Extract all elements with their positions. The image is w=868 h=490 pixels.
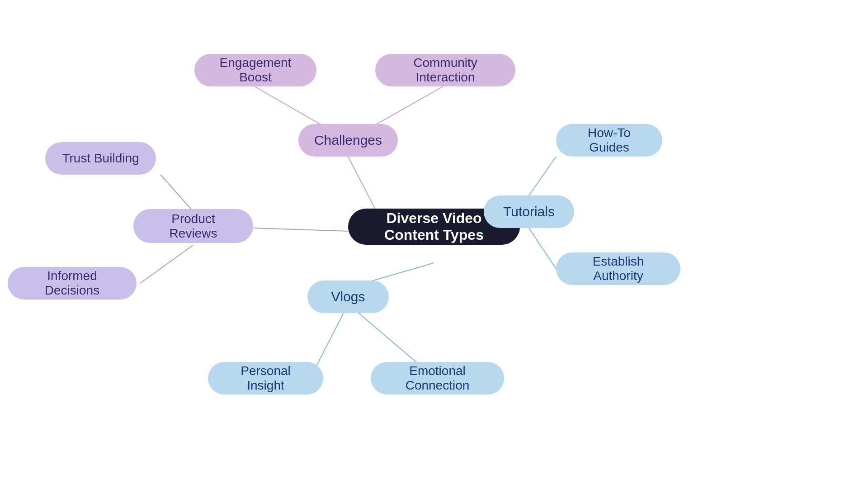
tutorials-node: Tutorials [484,195,574,228]
how-to-guides-node: How-To Guides [556,124,662,157]
challenges-node: Challenges [298,124,398,157]
svg-line-3 [253,228,348,231]
informed-decisions-node: Informed Decisions [8,267,137,300]
engagement-boost-node: Engagement Boost [194,54,316,86]
product-reviews-node: Product Reviews [133,209,253,243]
trust-building-node: Trust Building [45,142,156,175]
svg-line-5 [140,245,193,283]
emotional-connection-node: Emotional Connection [371,362,504,395]
establish-authority-node: Establish Authority [556,252,680,285]
personal-insight-node: Personal Insight [208,362,323,395]
svg-line-8 [529,228,556,269]
svg-line-7 [529,157,556,195]
vlogs-node: Vlogs [307,281,389,313]
community-interaction-node: Community Interaction [375,54,515,86]
svg-line-4 [160,175,193,211]
